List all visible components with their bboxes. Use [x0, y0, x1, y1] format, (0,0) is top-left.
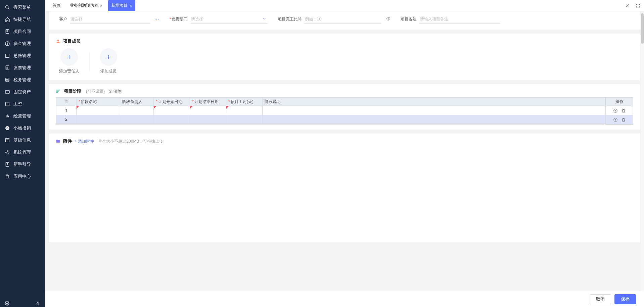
- footer: 取消 保存: [45, 291, 644, 307]
- add-attachment-button[interactable]: + 添加附件: [75, 139, 94, 144]
- customer-select[interactable]: [70, 15, 150, 23]
- close-all-icon[interactable]: [624, 2, 631, 9]
- gear-icon[interactable]: [5, 301, 9, 306]
- tab-close-icon[interactable]: ×: [100, 4, 102, 8]
- members-card: 项目成员 + 添加责任人 + 添加成员: [49, 34, 640, 80]
- stages-title: 项目阶段: [64, 88, 81, 94]
- sidebar-item-label: 新手引导: [13, 161, 31, 167]
- cancel-button[interactable]: 取消: [590, 294, 611, 304]
- tax-icon: [5, 77, 10, 83]
- cell-hours[interactable]: [226, 115, 263, 124]
- sidebar-item-label: 固定资产: [13, 89, 31, 95]
- members-title: 项目成员: [63, 38, 81, 44]
- plus-icon: +: [106, 53, 111, 61]
- expense-icon: G: [5, 125, 10, 131]
- sidebar-item-master[interactable]: 基础信息: [0, 134, 45, 146]
- stages-hint: (可不设置): [86, 89, 105, 94]
- cell-desc[interactable]: [263, 106, 605, 115]
- delete-row-icon[interactable]: [621, 108, 626, 113]
- tabbar: 首页 业务利润预估表 × 新增项目 ×: [45, 0, 644, 11]
- user-icon: [56, 39, 60, 44]
- pct-input[interactable]: [304, 15, 381, 23]
- sidebar-item-assets[interactable]: 固定资产: [0, 86, 45, 98]
- clear-button[interactable]: 清除: [108, 89, 122, 94]
- svg-rect-11: [5, 91, 9, 93]
- remark-input[interactable]: [419, 15, 500, 23]
- svg-point-21: [6, 303, 8, 304]
- collapse-icon[interactable]: [36, 301, 40, 306]
- svg-rect-15: [6, 139, 9, 142]
- row-index: 1: [56, 106, 77, 115]
- save-button[interactable]: 保存: [614, 294, 636, 304]
- stages-table: *阶段名称 阶段负责人 *计划开始日期 *计划结束日期 *预计工时(天) 阶段说…: [56, 97, 605, 124]
- add-member-button[interactable]: +: [100, 48, 117, 66]
- sidebar-item-operate[interactable]: 经营管理: [0, 110, 45, 122]
- svg-point-18: [7, 152, 8, 153]
- cell-end[interactable]: [190, 115, 226, 124]
- add-owner-button[interactable]: +: [60, 48, 78, 66]
- sidebar-item-contract[interactable]: 项目合同: [0, 25, 45, 38]
- field-dept: *负责部门: [170, 15, 268, 23]
- sidebar: 搜索菜单 快捷导航 项目合同 资金管理 总账管理 发票管理 税务管理 固定资: [0, 0, 45, 307]
- table-row[interactable]: 1: [56, 106, 605, 115]
- invoice-icon: [5, 65, 10, 70]
- cell-person[interactable]: [120, 106, 154, 115]
- scrollbar-thumb[interactable]: [641, 13, 644, 44]
- sidebar-search[interactable]: 搜索菜单: [0, 1, 45, 13]
- th-gear[interactable]: [56, 98, 77, 106]
- assets-icon: [5, 89, 10, 95]
- fullscreen-icon[interactable]: [635, 2, 641, 9]
- sidebar-item-tax[interactable]: 税务管理: [0, 74, 45, 86]
- search-icon: [5, 5, 10, 10]
- sidebar-item-salary[interactable]: 工资: [0, 98, 45, 110]
- sidebar-item-expense[interactable]: G 小畅报销: [0, 122, 45, 134]
- customer-more-icon[interactable]: ···: [154, 16, 159, 22]
- cell-hours[interactable]: [226, 106, 263, 115]
- attachments-hint: 单个大小不超过200MB，可拖拽上传: [98, 139, 163, 144]
- add-row-icon[interactable]: [613, 108, 618, 113]
- plus-icon: +: [75, 139, 77, 144]
- add-row-icon[interactable]: [613, 117, 618, 122]
- svg-line-1: [8, 8, 9, 9]
- sidebar-item-apps[interactable]: 应用中心: [0, 170, 45, 183]
- tab-close-icon[interactable]: ×: [130, 4, 132, 8]
- cell-person[interactable]: [120, 115, 154, 124]
- svg-point-0: [6, 6, 8, 8]
- sidebar-item-invoice[interactable]: 发票管理: [0, 62, 45, 74]
- dept-select[interactable]: [190, 15, 268, 23]
- stages-card: 项目阶段 (可不设置) 清除: [49, 84, 640, 130]
- sidebar-item-guide[interactable]: 新手引导: [0, 158, 45, 170]
- sidebar-item-quicknav[interactable]: 快捷导航: [0, 13, 45, 25]
- folder-icon: [56, 139, 60, 144]
- cell-start[interactable]: [154, 106, 190, 115]
- plus-icon: +: [67, 53, 72, 61]
- project-basic-card: 客户 ··· *负责部门: [49, 11, 640, 30]
- cell-name[interactable]: [77, 115, 120, 124]
- svg-point-31: [66, 101, 67, 102]
- customer-label: 客户: [59, 16, 67, 22]
- sidebar-item-ledger[interactable]: 总账管理: [0, 50, 45, 62]
- cell-start[interactable]: [154, 115, 190, 124]
- cell-name[interactable]: [77, 106, 120, 115]
- sidebar-item-system[interactable]: 系统管理: [0, 146, 45, 158]
- scrollbar[interactable]: [641, 11, 644, 291]
- divider: [89, 52, 90, 71]
- tab-home[interactable]: 首页: [49, 0, 64, 11]
- svg-rect-22: [39, 302, 39, 305]
- cell-desc[interactable]: [263, 115, 605, 124]
- tab-estimate[interactable]: 业务利润预估表 ×: [66, 0, 105, 11]
- sidebar-item-funds[interactable]: 资金管理: [0, 38, 45, 50]
- th-hours: *预计工时(天): [226, 98, 263, 106]
- sidebar-item-label: 总账管理: [13, 53, 31, 59]
- contract-icon: [5, 29, 10, 34]
- help-icon[interactable]: [386, 16, 390, 22]
- table-row[interactable]: 2: [56, 115, 605, 124]
- tab-label: 新增项目: [111, 3, 128, 8]
- cell-end[interactable]: [190, 106, 226, 115]
- delete-row-icon[interactable]: [621, 117, 626, 122]
- svg-point-26: [388, 19, 388, 20]
- th-name: *阶段名称: [77, 98, 120, 106]
- tab-newproj[interactable]: 新增项目 ×: [108, 0, 135, 11]
- sidebar-item-label: 系统管理: [13, 149, 31, 155]
- master-icon: [5, 138, 10, 143]
